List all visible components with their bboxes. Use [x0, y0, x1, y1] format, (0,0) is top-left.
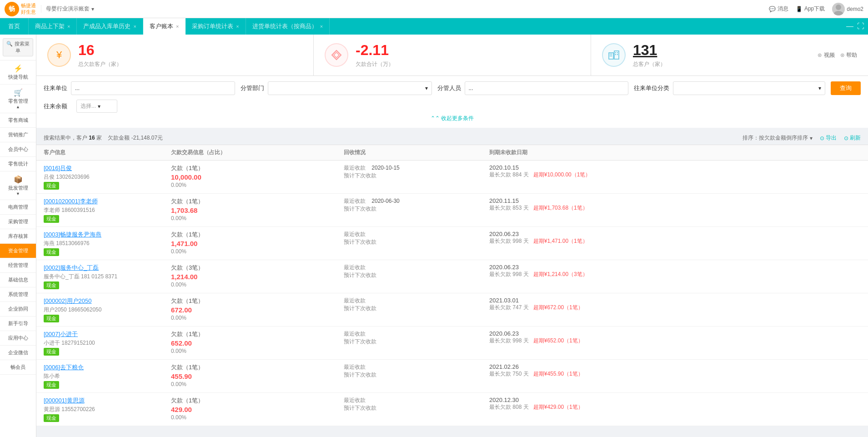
tab-product-history[interactable]: 产成品入库单历史 ×: [77, 18, 143, 35]
partner-unit-input[interactable]: ...: [71, 81, 235, 95]
system-selector[interactable]: 母婴行业演示账套 ▾: [41, 5, 100, 13]
debt-percent-2: 0.00%: [171, 248, 344, 255]
debt-amount-1[interactable]: 1,703.68: [171, 206, 344, 214]
sidebar-item-wholesale-mgmt[interactable]: 📦 批发管理 ▼: [0, 171, 36, 200]
export-button[interactable]: ⊙ 导出: [820, 134, 837, 142]
sidebar-item-ecommerce[interactable]: 电商管理: [0, 200, 36, 215]
due-date-6: 2021.02.26: [489, 363, 861, 370]
collapse-bar[interactable]: ⌃⌃ 收起更多条件: [44, 115, 861, 122]
cell-due-3: 2020.06.23 最长欠款 998 天 超期¥1,214.00（3笔）: [489, 264, 861, 289]
sidebar-item-inventory[interactable]: 库存核算: [0, 229, 36, 244]
cell-debt-5: 欠款（1笔） 652.00 0.00%: [171, 330, 344, 356]
tab-close-icon[interactable]: ×: [133, 24, 136, 29]
debt-amount-4[interactable]: 672.00: [171, 306, 344, 314]
sidebar-item-basic-info[interactable]: 基础信息: [0, 273, 36, 287]
customer-tag-0: 现金: [44, 182, 59, 190]
debt-amount-0[interactable]: 10,000.00: [171, 173, 344, 181]
filter-label-balance: 往来余额: [44, 102, 67, 111]
customer-phone-2: 海燕 18513066976: [44, 240, 171, 247]
cell-payment-6: 最近收款 预计下次收款: [344, 363, 489, 389]
customer-tag-7: 现金: [44, 414, 59, 422]
customer-phone-3: 服务中心_丁磊 181 0125 8371: [44, 273, 171, 281]
debt-amount-7[interactable]: 429.00: [171, 406, 344, 413]
svg-rect-6: [610, 55, 611, 56]
nav-tabs-right: — ⛶: [846, 22, 868, 30]
message-button[interactable]: 💬 消息: [769, 5, 788, 13]
unit-category-select[interactable]: ▾: [673, 81, 825, 95]
partner-unit-dots: ...: [75, 85, 80, 91]
debt-percent-3: 0.00%: [171, 281, 344, 288]
sidebar-item-enterprise-wechat[interactable]: 企业微信: [0, 346, 36, 360]
tab-customer-account[interactable]: 客户账本 ×: [143, 18, 186, 35]
sidebar-item-purchase[interactable]: 采购管理: [0, 215, 36, 229]
sidebar-item-vip-member[interactable]: 畅会员: [0, 360, 36, 375]
tab-close-icon[interactable]: ×: [236, 24, 239, 29]
debt-amount-6[interactable]: 455.90: [171, 372, 344, 380]
cell-customer-7: [000001]黄思源 黄思源 13552700226 现金: [44, 397, 171, 422]
debt-amount-3[interactable]: 1,214.00: [171, 273, 344, 281]
overdue-link-5[interactable]: 超期¥652.00（1笔）: [533, 337, 583, 344]
payment-next-0: 预计下次收款: [344, 172, 489, 180]
balance-select[interactable]: 选择... ▾: [76, 100, 117, 113]
customer-name-5[interactable]: [0007]小进干: [44, 330, 171, 338]
video-button[interactable]: ⊙ 视频: [818, 51, 834, 59]
due-overdue-3: 最长欠款 998 天 超期¥1,214.00（3笔）: [489, 271, 861, 278]
overdue-link-7[interactable]: 超期¥429.00（1笔）: [533, 404, 583, 410]
sidebar-item-quick-nav[interactable]: ⚡ 快捷导航: [0, 60, 36, 85]
customer-name-0[interactable]: [0016]吕俊: [44, 164, 171, 172]
tab-purchase-product-stats[interactable]: 进货单统计表（按商品） ×: [246, 18, 330, 35]
debt-amount-5[interactable]: 652.00: [171, 339, 344, 347]
search-menu-button[interactable]: 🔍 搜索菜单: [3, 38, 33, 56]
due-date-1: 2020.11.15: [489, 197, 861, 204]
payment-next-2: 预计下次收款: [344, 238, 489, 246]
customer-name-3[interactable]: [0002]服务中心_丁磊: [44, 264, 171, 272]
app-download-button[interactable]: 📱 App下载: [796, 5, 825, 13]
user-menu[interactable]: demo2: [832, 3, 863, 15]
stats-row: ¥ 16 总欠款客户（家） -2.11 欠款合计（万）: [36, 35, 868, 76]
refresh-button[interactable]: ⊙ 刷新: [844, 134, 861, 142]
sidebar-item-app-center[interactable]: 应用中心: [0, 331, 36, 346]
sidebar-item-finance[interactable]: 资金管理: [0, 244, 36, 258]
tab-purchase-stats[interactable]: 采购订单统计表 ×: [186, 18, 246, 35]
overdue-link-4[interactable]: 超期¥672.00（1笔）: [533, 304, 583, 311]
help-button[interactable]: ⊙ 帮助: [840, 51, 857, 59]
table-row: [0006]去下粮仓 陈小希 现金 欠款（1笔） 455.90 0.00% 最近…: [36, 360, 868, 393]
sidebar-item-operations[interactable]: 经营管理: [0, 258, 36, 273]
overdue-link-6[interactable]: 超期¥455.90（1笔）: [533, 371, 583, 377]
search-button[interactable]: 查询: [831, 81, 861, 95]
customer-name-1[interactable]: [0001020001]李老师: [44, 197, 171, 206]
debt-amount-2[interactable]: 1,471.00: [171, 240, 344, 247]
debt-total-label: 欠款合计（万）: [356, 60, 394, 68]
cell-due-2: 2020.06.23 最长欠款 998 天 超期¥1,471.00（1笔）: [489, 231, 861, 256]
overdue-link-1[interactable]: 超期¥1,703.68（1笔）: [533, 205, 588, 211]
tab-close-icon[interactable]: ×: [67, 24, 70, 29]
overdue-link-2[interactable]: 超期¥1,471.00（1笔）: [533, 238, 588, 244]
customer-name-4[interactable]: [000002]用户2050: [44, 297, 171, 305]
minimize-icon[interactable]: —: [846, 22, 853, 30]
person-input[interactable]: ...: [465, 81, 629, 95]
sidebar-item-retail-mall[interactable]: 零售商城: [0, 113, 36, 128]
sidebar-item-marketing[interactable]: 营销推广: [0, 128, 36, 142]
customer-name-2[interactable]: [0003]畅捷服务尹海燕: [44, 231, 171, 239]
sidebar-item-retail-mgmt[interactable]: 🛒 零售管理 ▲: [0, 85, 36, 113]
sort-selector[interactable]: 排序：按欠款金额倒序排序 ▾: [743, 134, 813, 142]
main-layout: 🔍 搜索菜单 ⚡ 快捷导航 🛒 零售管理 ▲ 零售商城 营销推广 会员中心 零售…: [0, 35, 868, 437]
sidebar-item-member[interactable]: 会员中心: [0, 142, 36, 157]
overdue-link-0[interactable]: 超期¥10,000.00（1笔）: [533, 171, 591, 178]
maximize-icon[interactable]: ⛶: [857, 22, 864, 30]
filter-unit-category: 往来单位分类 ▾: [634, 81, 825, 95]
customer-phone-1: 李老师 18600391516: [44, 206, 171, 214]
tab-home[interactable]: 首页: [0, 18, 29, 35]
sidebar-item-beginner[interactable]: 新手引导: [0, 316, 36, 331]
sidebar-item-system[interactable]: 系统管理: [0, 287, 36, 302]
customer-name-6[interactable]: [0006]去下粮仓: [44, 363, 171, 372]
tab-close-icon[interactable]: ×: [176, 24, 179, 29]
customer-name-7[interactable]: [000001]黄思源: [44, 397, 171, 405]
tab-close-icon[interactable]: ×: [320, 24, 323, 29]
sidebar-item-enterprise[interactable]: 企业协同: [0, 302, 36, 316]
tab-product-listing[interactable]: 商品上下架 ×: [29, 18, 77, 35]
overdue-link-3[interactable]: 超期¥1,214.00（3笔）: [533, 271, 588, 277]
dept-select[interactable]: ▾: [268, 81, 432, 95]
payment-last-4: 最近收款: [344, 297, 489, 305]
sidebar-item-retail-stats[interactable]: 零售统计: [0, 157, 36, 171]
